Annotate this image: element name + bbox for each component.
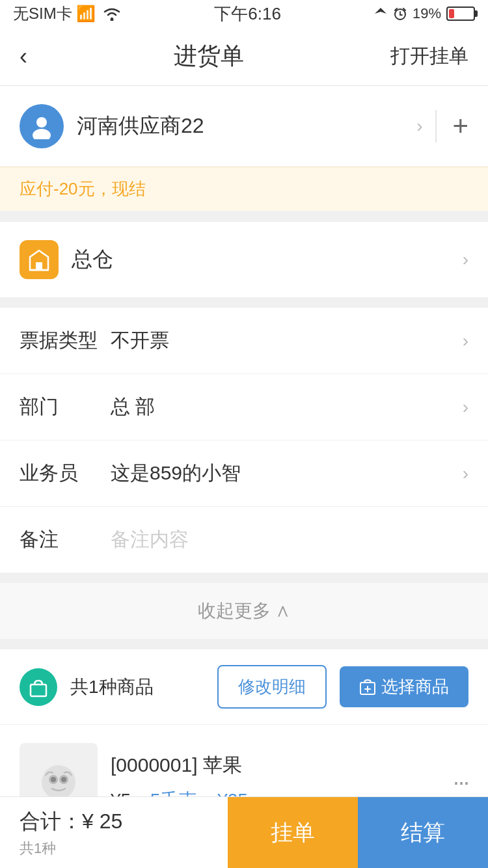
svg-point-3 [33,129,51,139]
form-section: 票据类型 不开票 › 部门 总 部 › 业务员 这是859的小智 › 备注 备注… [0,308,488,573]
status-left: 无SIM卡 📶 [13,3,122,24]
warehouse-arrow-icon: › [463,249,468,270]
select-product-button[interactable]: 选择商品 [340,666,468,707]
invoice-type-row[interactable]: 票据类型 不开票 › [0,308,488,374]
warehouse-section: 总仓 › [0,221,488,297]
warehouse-building-icon [27,248,51,271]
add-supplier-button[interactable]: + [452,111,468,142]
total-amount: 合计：¥ 25 [20,807,208,836]
edit-detail-button[interactable]: 修改明细 [217,665,327,709]
supplier-avatar-icon [29,113,55,139]
shopping-bag-icon [28,677,49,698]
product-count-text: 共1种商品 [70,675,204,699]
svg-point-0 [111,18,114,21]
svg-rect-5 [31,685,46,696]
status-right: 19% [373,5,475,22]
battery-percent: 19% [413,5,441,22]
svg-point-10 [51,777,56,782]
department-label: 部门 [20,394,98,420]
supplier-avatar [20,104,64,148]
product-count-icon [20,668,57,706]
warehouse-row[interactable]: 总仓 › [0,221,488,297]
svg-point-2 [36,117,47,128]
location-icon [373,7,388,21]
wifi-icon [102,7,122,21]
salesperson-row[interactable]: 业务员 这是859的小智 › [0,441,488,507]
carrier-text: 无SIM卡 📶 [13,3,96,24]
total-count: 共1种 [20,839,208,858]
page-title: 进货单 [174,40,244,72]
remark-label: 备注 [20,526,98,553]
battery-icon [446,7,475,21]
add-product-icon [359,679,376,696]
product-name: [0000001] 苹果 [111,752,440,779]
open-hold-button[interactable]: 打开挂单 [390,43,468,70]
status-bar: 无SIM卡 📶 下午6:16 19% [0,0,488,27]
collapse-label: 收起更多 ∧ [198,599,291,623]
supplier-notice: 应付-20元，现结 [0,167,488,211]
warehouse-icon [20,240,59,279]
salesperson-value: 这是859的小智 [98,460,463,487]
salesperson-label: 业务员 [20,460,98,487]
svg-rect-4 [36,262,42,270]
svg-point-7 [42,765,75,799]
bottom-bar: 合计：¥ 25 共1种 挂单 结算 [0,796,488,868]
status-time: 下午6:16 [214,3,281,25]
salesperson-arrow-icon: › [463,463,468,484]
supplier-divider [435,110,437,142]
department-row[interactable]: 部门 总 部 › [0,374,488,441]
product-default-icon [39,763,78,802]
alarm-icon [393,7,407,21]
collapse-row[interactable]: 收起更多 ∧ [0,583,488,639]
select-product-label: 选择商品 [381,675,449,698]
invoice-type-label: 票据类型 [20,327,98,354]
department-value: 总 部 [98,394,463,420]
total-value: ¥ 25 [82,809,122,833]
supplier-name: 河南供应商22 [77,112,416,141]
product-more-button[interactable]: ··· [453,768,468,796]
total-label: 合计： [20,809,82,833]
supplier-row[interactable]: 河南供应商22 › + [0,86,488,167]
checkout-button[interactable]: 结算 [358,797,488,868]
svg-point-11 [61,777,66,782]
bottom-total: 合计：¥ 25 共1种 [0,797,228,868]
remark-row[interactable]: 备注 备注内容 [0,507,488,573]
warehouse-name: 总仓 [72,245,463,274]
nav-bar: ‹ 进货单 打开挂单 [0,27,488,86]
department-arrow-icon: › [463,397,468,418]
hold-order-button[interactable]: 挂单 [228,797,358,868]
products-header: 共1种商品 修改明细 选择商品 [0,649,488,725]
invoice-type-value: 不开票 [98,327,463,354]
supplier-section: 河南供应商22 › + 应付-20元，现结 [0,86,488,211]
supplier-arrow-icon: › [416,116,422,137]
remark-input[interactable]: 备注内容 [98,526,468,553]
invoice-type-arrow-icon: › [463,331,468,351]
back-button[interactable]: ‹ [20,43,27,70]
